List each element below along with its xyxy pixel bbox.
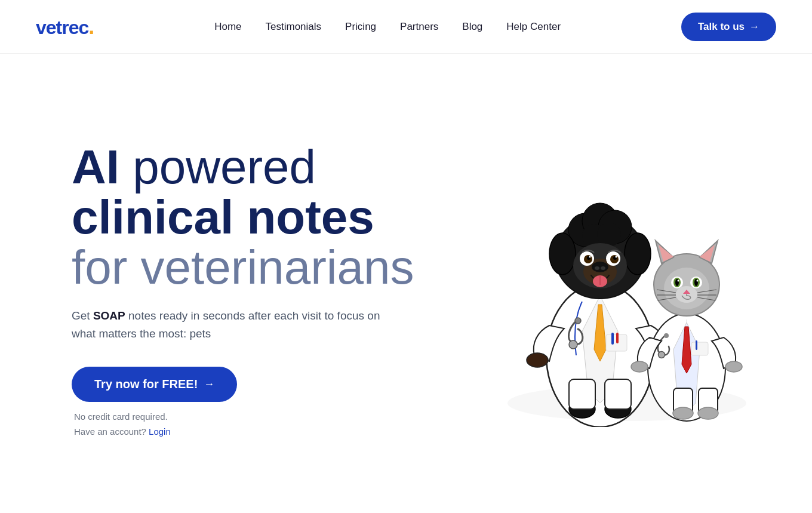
- svg-point-61: [678, 279, 679, 281]
- try-now-arrow-icon: →: [204, 378, 214, 391]
- svg-point-37: [659, 351, 665, 358]
- svg-point-4: [569, 340, 577, 349]
- site-header: vetrec. Home Testimonials Pricing Partne…: [0, 0, 812, 54]
- talk-to-us-label: Talk to us: [698, 21, 745, 33]
- svg-point-66: [698, 407, 718, 419]
- logo[interactable]: vetrec.: [36, 16, 94, 38]
- logo-rec: rec: [61, 17, 88, 38]
- hero-heading-for-vets: for veterinarians: [72, 241, 414, 294]
- nav-item-home[interactable]: Home: [214, 21, 241, 33]
- nav-item-partners[interactable]: Partners: [400, 21, 438, 33]
- svg-point-28: [589, 256, 591, 257]
- hero-content: AI powered clinical notes for veterinari…: [72, 142, 430, 437]
- hero-subtext-soap: SOAP: [93, 309, 125, 322]
- main-nav: Home Testimonials Pricing Partners Blog …: [214, 21, 561, 33]
- svg-point-5: [527, 353, 548, 367]
- talk-to-us-arrow-icon: →: [749, 21, 759, 33]
- svg-rect-68: [611, 333, 614, 345]
- hero-illustration-container: [478, 152, 776, 427]
- no-credit-card-text: No credit card required.: [74, 411, 430, 422]
- svg-point-36: [664, 333, 669, 338]
- svg-point-12: [597, 223, 621, 247]
- svg-point-19: [601, 266, 605, 270]
- try-now-button[interactable]: Try now for FREE! →: [72, 367, 237, 402]
- nav-item-help-center[interactable]: Help Center: [506, 21, 561, 33]
- svg-rect-69: [616, 333, 619, 343]
- svg-point-65: [673, 407, 693, 419]
- svg-point-3: [575, 318, 581, 324]
- svg-point-62: [697, 279, 699, 281]
- talk-to-us-button[interactable]: Talk to us →: [681, 13, 776, 41]
- try-now-label: Try now for FREE!: [94, 377, 198, 391]
- have-account-label: Have an account?: [74, 426, 146, 437]
- svg-point-14: [625, 233, 651, 275]
- hero-heading-ai: AI: [72, 140, 119, 193]
- svg-rect-32: [569, 379, 595, 409]
- pets-doctor-illustration: [490, 152, 764, 427]
- hero-illustration: [490, 152, 764, 427]
- svg-point-39: [725, 361, 742, 372]
- logo-vet: vet: [36, 17, 61, 38]
- hero-subtext-prefix: Get: [72, 309, 93, 322]
- nav-item-pricing[interactable]: Pricing: [345, 21, 376, 33]
- have-account-text: Have an account? Login: [74, 426, 430, 437]
- hero-section: AI powered clinical notes for veterinari…: [0, 54, 812, 513]
- hero-heading-clinical-notes: clinical notes: [72, 191, 374, 244]
- svg-rect-33: [605, 379, 631, 409]
- svg-point-29: [616, 256, 617, 257]
- svg-rect-71: [696, 340, 697, 350]
- nav-item-blog[interactable]: Blog: [462, 21, 482, 33]
- svg-rect-70: [691, 342, 708, 355]
- svg-point-38: [631, 361, 648, 372]
- svg-point-18: [595, 266, 599, 270]
- hero-subtext: Get SOAP notes ready in seconds after ea…: [72, 307, 400, 343]
- login-link[interactable]: Login: [149, 426, 171, 437]
- hero-heading-powered: powered: [119, 140, 316, 193]
- svg-point-17: [592, 262, 608, 272]
- nav-item-testimonials[interactable]: Testimonials: [266, 21, 322, 33]
- svg-point-13: [549, 233, 576, 275]
- logo-dot: .: [88, 14, 94, 39]
- hero-heading: AI powered clinical notes for veterinari…: [72, 142, 430, 293]
